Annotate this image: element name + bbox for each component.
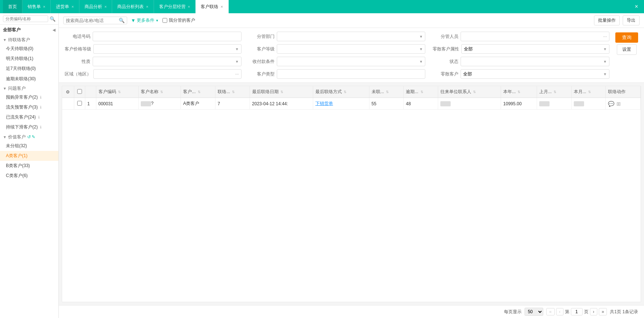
per-page-select[interactable]: 50 100 200 xyxy=(525,308,543,316)
filter-cust-type-input[interactable] xyxy=(277,69,426,79)
filter-status-select[interactable]: ▼ xyxy=(461,57,609,66)
all-customers-header[interactable]: 全部客户 ◀ xyxy=(0,25,58,35)
filter-retail-select[interactable]: 全部 ▼ xyxy=(461,69,609,79)
top-actions: 批量操作 导出 xyxy=(594,15,640,25)
row-code[interactable]: 000031 xyxy=(96,98,138,110)
col-code[interactable]: 客户编码 ⇅ xyxy=(96,86,138,98)
filter-cell-phone: 电话号码 xyxy=(65,32,242,41)
filter-person-input[interactable]: ··· xyxy=(461,32,609,41)
my-customers-checkbox[interactable] xyxy=(162,18,167,23)
overdue-sort-icon: ⇅ xyxy=(421,90,423,94)
col-no-contact[interactable]: 未联... ⇅ xyxy=(369,86,404,98)
filter-retail-attr-select[interactable]: 全部 ▼ xyxy=(461,44,609,54)
row-last-method[interactable]: 下销货单 xyxy=(313,98,369,110)
my-customers-check: 我分管的客户 xyxy=(162,17,195,24)
close-customer-contact-tab[interactable]: × xyxy=(221,4,223,9)
sidebar-item-class-c[interactable]: C类客户(6) xyxy=(0,171,58,181)
sidebar-group-value[interactable]: ▼ 价值客户 ↺ ✎ xyxy=(0,132,58,141)
main-layout: 🔍 全部客户 ◀ ▼ 待联络客户 今天待联络(0) 明天待联络(1) 近7天待联… xyxy=(0,13,644,318)
col-overdue[interactable]: 逾期... ⇅ xyxy=(404,86,438,98)
filter-payment-select[interactable]: ▼ xyxy=(277,57,426,66)
sidebar-item-declining[interactable]: 持续下滑客户(2) ℹ xyxy=(0,122,58,132)
batch-op-button[interactable]: 批量操作 xyxy=(594,15,620,25)
status-arrow: ▼ xyxy=(603,60,607,64)
filter-region-input[interactable]: ··· xyxy=(93,69,242,79)
filter-search-icon[interactable]: 🔍 xyxy=(119,18,125,23)
first-page-btn[interactable]: « xyxy=(546,308,555,315)
sidebar-item-churned[interactable]: 已流失客户(24) ℹ xyxy=(0,112,58,122)
filter-retail-label: 零散客户 xyxy=(433,71,458,77)
nav-tab-sales-label: 销售单 xyxy=(28,4,41,10)
sidebar-item-ungrouped[interactable]: 未分组(32) xyxy=(0,141,58,151)
action-chat-icon[interactable]: 💬 xyxy=(608,101,614,107)
col-unit-contact[interactable]: 往来单位联系人 ⇅ xyxy=(438,86,501,98)
query-button[interactable]: 查询 xyxy=(615,32,638,43)
sidebar-group-pending[interactable]: ▼ 待联络客户 xyxy=(0,35,58,44)
last-method-link[interactable]: 下销货单 xyxy=(315,101,333,106)
filter-nature-select[interactable]: ▼ xyxy=(93,57,242,66)
close-purchase-tab[interactable]: × xyxy=(71,4,74,9)
col-this-year[interactable]: 本年... ⇅ xyxy=(501,86,537,98)
filter-cust-level-select[interactable]: ▼ xyxy=(277,44,426,54)
filter-dept-select[interactable]: ▼ xyxy=(277,32,426,41)
sidebar-item-week-pending[interactable]: 近7天待联络(0) xyxy=(0,64,58,74)
nav-tab-customer-layer[interactable]: 客户分层经营 × xyxy=(154,0,196,13)
col-last-date[interactable]: 最后联络日期 ⇅ xyxy=(250,86,313,98)
filter-row-4: 区域（地区） ··· 客户类型 零散客户 xyxy=(65,69,609,79)
last-date-sort-icon: ⇅ xyxy=(280,90,283,94)
sidebar-item-hoarding[interactable]: 囤购异常客户(2) ℹ xyxy=(0,92,58,102)
prev-page-btn[interactable]: ‹ xyxy=(556,308,564,315)
col-last-method[interactable]: 最后联络方式 ⇅ xyxy=(313,86,369,98)
close-all-icon[interactable]: × xyxy=(632,2,641,11)
filter-bar: 🔍 ▼ 更多条件 ▼ 我分管的客户 批量操作 导出 xyxy=(59,13,644,28)
this-year-sort-icon: ⇅ xyxy=(518,90,520,94)
close-goods-analysis-tab[interactable]: × xyxy=(104,4,107,9)
sidebar-collapse-icon[interactable]: ◀ xyxy=(53,28,56,32)
sidebar-item-tomorrow-pending[interactable]: 明天待联络(1) xyxy=(0,54,58,64)
row-overdue: 48 xyxy=(404,98,438,110)
filter-search-input[interactable] xyxy=(66,18,117,23)
close-customer-layer-tab[interactable]: × xyxy=(188,4,190,9)
select-all-checkbox[interactable] xyxy=(77,89,82,94)
col-level[interactable]: 客户... ⇅ xyxy=(181,86,215,98)
action-more-icon[interactable]: ⊞ xyxy=(616,101,621,107)
nav-tab-customer-contact[interactable]: 客户联络 × xyxy=(196,0,228,13)
col-this-month[interactable]: 本月... ⇅ xyxy=(571,86,606,98)
hoarding-info-icon: ℹ xyxy=(40,95,42,99)
filter-more-btn[interactable]: ▼ 更多条件 ▼ xyxy=(131,17,159,24)
nav-tab-sales[interactable]: 销售单 × xyxy=(22,0,51,13)
sidebar-search-icon[interactable]: 🔍 xyxy=(50,16,56,22)
nav-tab-purchase[interactable]: 进货单 × xyxy=(51,0,79,13)
sidebar-item-class-a[interactable]: A类客户(1) xyxy=(0,151,58,161)
export-button[interactable]: 导出 xyxy=(623,15,640,25)
col-name[interactable]: 客户名称 ⇅ xyxy=(138,86,180,98)
col-contact[interactable]: 联络... ⇅ xyxy=(215,86,250,98)
sidebar-item-class-b[interactable]: B类客户(33) xyxy=(0,161,58,171)
close-goods-list-tab[interactable]: × xyxy=(146,4,148,9)
filter-phone-input[interactable] xyxy=(93,32,242,41)
sidebar-group-problem[interactable]: ▼ 问题客户 xyxy=(0,84,58,92)
page-input[interactable] xyxy=(571,308,583,315)
row-last-date: 2023-04-12 14:44: xyxy=(250,98,313,110)
filter-cell-cust-level: 客户等级 ▼ xyxy=(249,44,426,54)
value-refresh-icon[interactable]: ↺ xyxy=(27,134,31,139)
last-page-btn[interactable]: » xyxy=(599,308,607,315)
value-edit-icon[interactable]: ✎ xyxy=(32,134,35,139)
filter-price-level-select[interactable]: ▼ xyxy=(93,44,242,54)
next-page-btn[interactable]: › xyxy=(590,308,597,315)
col-last-month[interactable]: 上月... ⇅ xyxy=(537,86,571,98)
col-settings[interactable]: ⚙ xyxy=(62,86,74,98)
filter-price-level-label: 客户价格等级 xyxy=(65,46,91,52)
close-sales-tab[interactable]: × xyxy=(43,4,45,9)
sidebar-search-input[interactable] xyxy=(3,15,48,22)
settings-button[interactable]: 设置 xyxy=(617,44,637,55)
sidebar-item-today-pending[interactable]: 今天待联络(0) xyxy=(0,44,58,54)
nav-tab-home[interactable]: 首页 xyxy=(3,0,22,13)
unit-contact-sort-icon: ⇅ xyxy=(473,90,476,94)
sidebar-item-overdue-contact[interactable]: 逾期未联络(30) xyxy=(0,74,58,84)
row-name[interactable]: ? xyxy=(138,98,180,110)
nav-tab-goods-analysis[interactable]: 商品分析 × xyxy=(79,0,112,13)
nav-tab-goods-list[interactable]: 商品分析列表 × xyxy=(112,0,154,13)
row-checkbox[interactable] xyxy=(77,101,82,106)
sidebar-item-churn-warning[interactable]: 流失预警客户(3) ℹ xyxy=(0,102,58,112)
